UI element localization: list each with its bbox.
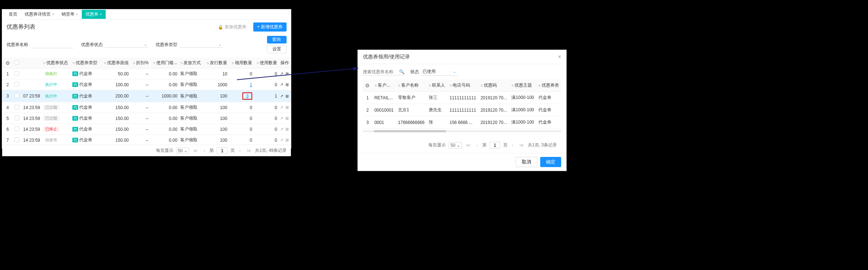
prev-page-button[interactable]: ‹ [475, 143, 479, 148]
status-badge: 执行中 [43, 82, 59, 87]
qr-icon[interactable]: ⊞ [285, 138, 289, 142]
col-cust-code[interactable]: ⇅客户... [372, 79, 396, 92]
add-coupon-button[interactable]: + 新增优惠券 [253, 22, 287, 32]
row-time: 14 23:59 [22, 102, 42, 113]
voucher-icon: 代 [72, 94, 78, 99]
gear-icon[interactable]: ⚙ [5, 60, 10, 66]
row-checkbox[interactable] [14, 126, 19, 131]
modal-status-select[interactable]: 已使用 ⌄ [421, 68, 457, 76]
table-row[interactable]: 1 RETAIL... 零散客户 张三 11111111111 2019120 … [363, 92, 561, 104]
col-claimed[interactable]: ⇅领用数量 [229, 58, 254, 68]
page-input[interactable] [217, 147, 228, 154]
share-icon[interactable]: ↗ [280, 138, 283, 142]
close-icon[interactable]: × [76, 12, 78, 16]
distribute-coupon-button[interactable]: 🔒 发放优惠券 [214, 22, 250, 32]
horizontal-scrollbar[interactable] [363, 130, 561, 132]
coupon-type: 代金券 [536, 92, 561, 104]
table-row[interactable]: 1 待执行 代代金券 50.00 -- 0.00 客户领取 10 0 0 ↗ ⊞ [2, 68, 291, 79]
col-phone[interactable]: ⇅电话号码 [447, 79, 478, 92]
per-page-select[interactable]: 50 ⌄ [449, 142, 462, 149]
share-icon[interactable]: ↗ [280, 116, 283, 121]
qr-icon[interactable]: ⊞ [285, 82, 289, 87]
close-icon[interactable]: × [100, 12, 102, 16]
table-row[interactable]: 3 07 23:59 执行中 代代金券 200.00 -- 1000.00 客户… [2, 90, 291, 102]
next-page-button[interactable]: › [238, 148, 242, 153]
usage-record-modal: 优惠券领用/使用记录 × 🔍 状态 已使用 ⌄ ⚙ ⇅客户... ⇅客户 [357, 50, 567, 171]
query-button[interactable]: 查询 [267, 36, 287, 43]
filter-type-select[interactable]: ⌄ [179, 42, 223, 47]
qr-icon[interactable]: ⊞ [285, 71, 289, 76]
close-icon[interactable]: × [52, 12, 54, 16]
claimed-link[interactable]: 3 [246, 94, 249, 99]
qr-icon[interactable]: ⊞ [285, 127, 289, 132]
col-subject[interactable]: ⇅优惠主题 [509, 79, 536, 92]
used: 1 [254, 90, 279, 102]
col-contact[interactable]: ⇅联系人 [427, 79, 447, 92]
voucher-icon: 代 [72, 82, 78, 87]
tab-label: 优惠券详情页 [25, 11, 51, 17]
row-checkbox[interactable] [14, 137, 19, 142]
qr-icon[interactable]: ⊞ [285, 105, 289, 110]
table-row[interactable]: 6 14 23:59 已终止 代代金券 150.00 -- 0.00 客户领取 … [2, 124, 291, 135]
next-page-button[interactable]: › [511, 143, 515, 148]
used: 0 [254, 102, 279, 113]
search-icon[interactable]: 🔍 [399, 69, 405, 74]
table-row[interactable]: 5 14 23:59 已过期 代代金券 150.00 -- 0.00 客户领取 … [2, 113, 291, 124]
cancel-button[interactable]: 取消 [516, 157, 537, 167]
close-icon[interactable]: × [558, 54, 561, 60]
row-checkbox[interactable] [14, 71, 19, 76]
per-page-select[interactable]: 50 ⌄ [176, 148, 190, 154]
tab-2[interactable]: 销货单× [58, 10, 82, 19]
share-icon[interactable]: ↗ [280, 105, 283, 110]
first-page-button[interactable]: ⋉ [465, 143, 472, 148]
col-used[interactable]: ⇅使用数量 [254, 58, 279, 68]
col-issued[interactable]: ⇅发行数量 [204, 58, 229, 68]
claimed-link[interactable]: 1 [250, 82, 252, 87]
col-method[interactable]: ⇅发放方式 [179, 58, 204, 68]
page-input[interactable] [490, 142, 500, 149]
tab-3[interactable]: 优惠券× [82, 10, 106, 19]
row-checkbox[interactable] [14, 116, 19, 120]
last-page-button[interactable]: ⋊ [245, 148, 252, 153]
col-status[interactable]: ⇅优惠券状态 [42, 58, 71, 68]
first-page-button[interactable]: ⋉ [192, 148, 199, 153]
row-checkbox[interactable] [14, 93, 19, 98]
confirm-button[interactable]: 确定 [540, 157, 561, 167]
contact: 唐先生 [427, 104, 447, 116]
filter-name-input[interactable] [30, 41, 74, 48]
col-threshold[interactable]: ⇅使用门槛... [150, 58, 179, 68]
share-icon[interactable]: ↗ [280, 127, 283, 132]
table-row[interactable]: 3 0001 17666666666 张 156 6666 ... 201912… [363, 116, 561, 129]
col-coupon-type[interactable]: ⇅优惠券类 [536, 79, 561, 92]
col-face[interactable]: ⇅优惠券面值 [101, 58, 130, 68]
select-all-checkbox[interactable] [14, 60, 19, 65]
qr-icon[interactable]: ⊞ [285, 94, 289, 99]
table-row[interactable]: 4 14 23:59 已过期 代代金券 150.00 -- 0.00 客户领取 … [2, 102, 291, 113]
col-cust-name[interactable]: ⇅客户名称 [396, 79, 427, 92]
share-icon[interactable]: ↗ [280, 71, 283, 76]
voucher-icon: 代 [72, 127, 78, 132]
status-badge: 待发布 [43, 137, 59, 142]
modal-search-input[interactable] [363, 69, 399, 74]
share-icon[interactable]: ↗ [280, 94, 283, 99]
voucher-icon: 代 [72, 105, 78, 110]
tab-0[interactable]: 首页 [5, 10, 21, 19]
filter-status-select[interactable]: ⌄ [105, 42, 148, 47]
row-checkbox[interactable] [14, 105, 19, 109]
share-icon[interactable]: ↗ [280, 82, 283, 87]
qr-icon[interactable]: ⊞ [285, 116, 289, 121]
table-row[interactable]: 2 执行中 代代金券 100.00 -- 0.00 客户领取 1000 1 0 … [2, 79, 291, 90]
page-summary: 共1页, 49条记录 [255, 148, 287, 154]
col-type[interactable]: ⇅优惠券类型 [71, 58, 101, 68]
prev-page-button[interactable]: ‹ [202, 148, 207, 153]
tab-1[interactable]: 优惠券详情页× [21, 10, 58, 19]
col-discount[interactable]: ⇅折扣% [130, 58, 150, 68]
col-coupon-code[interactable]: ⇅优惠码 [478, 79, 509, 92]
last-page-button[interactable]: ⋊ [518, 143, 525, 148]
table-row[interactable]: 2 00010001 北京1 唐先生 11111111111 2019120 7… [363, 104, 561, 116]
header-actions: 🔒 发放优惠券 + 新增优惠券 [214, 22, 287, 32]
settings-button[interactable]: 设置 [267, 45, 287, 53]
row-checkbox[interactable] [14, 82, 19, 87]
table-row[interactable]: 7 14 23:59 待发布 代代金券 150.00 -- 0.00 客户领取 … [2, 135, 291, 145]
gear-icon[interactable]: ⚙ [365, 83, 370, 88]
